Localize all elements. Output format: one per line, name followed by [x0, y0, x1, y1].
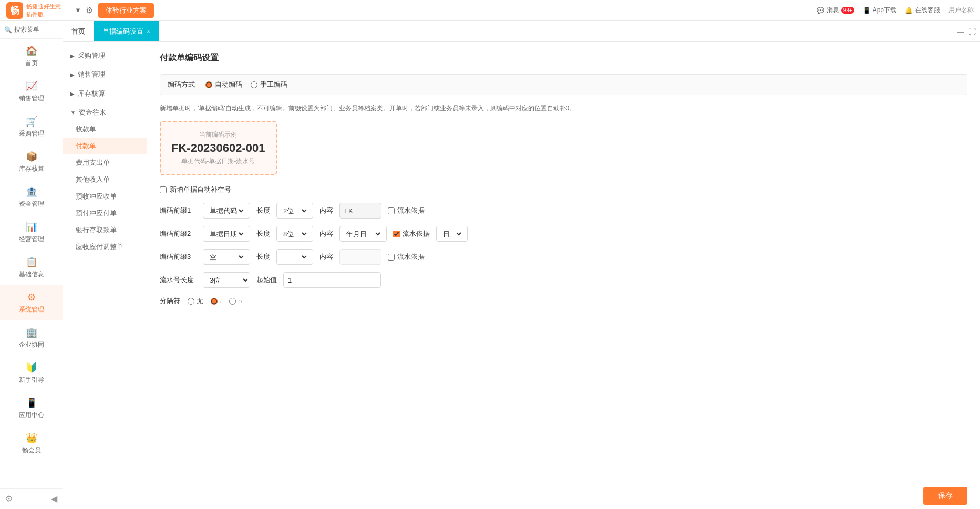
separator-circle-option[interactable]: ○: [229, 297, 242, 305]
dropdown-arrow: ▼: [75, 6, 81, 14]
sub-item-receipt[interactable]: 收款单: [63, 121, 147, 138]
system-icon: ⚙: [27, 292, 36, 303]
separator-dot-radio[interactable]: [211, 298, 218, 305]
settings-bottom-icon[interactable]: ⚙: [5, 494, 13, 504]
main-layout: 🔍 搜索菜单 🏠 首页 📈 销售管理 🛒 采购管理 📦 库存核算 🏦: [0, 21, 980, 509]
sidebar-item-purchase[interactable]: 🛒 采购管理: [0, 109, 63, 144]
tabs-bar: 首页 单据编码设置 × — ⛶: [63, 21, 980, 42]
sub-header-sales[interactable]: ▶ 销售管理: [63, 66, 147, 83]
message-badge: 99+: [841, 7, 854, 14]
topbar-left: 畅 畅捷通好生意 插件版 ▼ ⚙ 体验行业方案: [6, 2, 154, 19]
prefix-label-2: 编码前缀2: [160, 229, 197, 238]
prefix-select-3[interactable]: 空: [203, 249, 250, 265]
content-value-1: FK: [339, 203, 381, 219]
topbar-dropdown[interactable]: ▼: [75, 6, 81, 14]
sidebar-item-member[interactable]: 👑 畅会员: [0, 426, 63, 461]
tab-maximize-icon[interactable]: ⛶: [968, 27, 976, 36]
online-service-action[interactable]: 🔔 在线客服: [905, 6, 940, 15]
sidebar-item-apps[interactable]: 📱 应用中心: [0, 391, 63, 426]
message-action[interactable]: 💬 消息 99+: [817, 6, 854, 15]
separator-circle-radio[interactable]: [229, 298, 236, 305]
sidebar-item-home[interactable]: 🏠 首页: [0, 39, 63, 74]
sidebar-item-inventory[interactable]: 📦 库存核算: [0, 144, 63, 180]
sidebar-item-business[interactable]: 📊 经营管理: [0, 215, 63, 250]
sub-group-capital: ▼ 资金往来 收款单 付款单 费用支出单 其他收入单 预收冲应收单 预付冲应付单…: [63, 104, 147, 255]
topbar-right: 💬 消息 99+ 📱 App下载 🔔 在线客服 用户名称: [817, 6, 974, 15]
separator-none-radio[interactable]: [188, 298, 194, 305]
prefix-select-1-input[interactable]: 单据代码: [208, 206, 245, 215]
waterflow-check-2: 流水依据: [393, 229, 430, 238]
sidebar-item-guide[interactable]: 🔰 新手引导: [0, 356, 63, 391]
brand-text: 畅捷通好生意 插件版: [26, 3, 61, 18]
serial-row: 流水号长度 3位 起始值: [160, 272, 967, 288]
prefix-select-2-input[interactable]: 单据日期: [208, 230, 245, 238]
serial-length-select-input[interactable]: 3位: [203, 273, 250, 287]
waterflow-checkbox-2[interactable]: [393, 231, 400, 237]
topbar-settings-icon[interactable]: ⚙: [86, 5, 93, 15]
tab-close-icon[interactable]: ×: [147, 28, 150, 35]
length-select-3-input[interactable]: [281, 253, 308, 262]
sidebar: 🔍 搜索菜单 🏠 首页 📈 销售管理 🛒 采购管理 📦 库存核算 🏦: [0, 21, 63, 509]
purchase-icon: 🛒: [26, 116, 37, 127]
sidebar-item-basic[interactable]: 📋 基础信息: [0, 250, 63, 285]
day-select-2[interactable]: 日: [436, 226, 468, 242]
prefix-select-3-input[interactable]: 空: [208, 253, 245, 262]
sidebar-item-enterprise[interactable]: 🏢 企业协同: [0, 320, 63, 356]
content-label-3: 内容: [319, 252, 333, 262]
content-select-2-input[interactable]: 年月日: [344, 230, 382, 238]
serial-length-select[interactable]: 3位: [203, 272, 250, 288]
sub-header-capital[interactable]: ▼ 资金往来: [63, 104, 147, 121]
sub-item-payment[interactable]: 付款单: [63, 138, 147, 154]
collapse-icon[interactable]: ◀: [51, 494, 57, 504]
sub-item-pre-receipt[interactable]: 预收冲应收单: [63, 188, 147, 205]
form-area: 付款单编码设置 编码方式 自动编码 手工编码: [147, 42, 980, 509]
auto-code-radio[interactable]: [205, 81, 212, 88]
length-select-3[interactable]: [276, 249, 313, 265]
trial-button[interactable]: 体验行业方案: [98, 3, 154, 18]
tab-minimize-icon[interactable]: —: [957, 27, 964, 36]
separator-dot-option[interactable]: ·: [211, 297, 222, 305]
prefix-select-2[interactable]: 单据日期: [203, 226, 250, 242]
start-value-label: 起始值: [256, 275, 277, 285]
chevron-down-icon: ▼: [70, 110, 76, 116]
sidebar-search[interactable]: 🔍 搜索菜单: [0, 21, 63, 39]
waterflow-checkbox-1[interactable]: [388, 207, 395, 214]
sales-icon: 📈: [26, 80, 37, 92]
separator-row: 分隔符 无 · ○: [160, 296, 967, 306]
manual-code-option[interactable]: 手工编码: [251, 80, 287, 89]
tab-encoding-settings[interactable]: 单据编码设置 ×: [94, 21, 159, 41]
app-icon: 📱: [863, 7, 871, 14]
prefix-select-1[interactable]: 单据代码: [203, 203, 250, 219]
sub-header-purchase[interactable]: ▶ 采购管理: [63, 47, 147, 64]
auto-code-option[interactable]: 自动编码: [205, 80, 242, 89]
sub-item-expense[interactable]: 费用支出单: [63, 154, 147, 171]
content-area: 首页 单据编码设置 × — ⛶ ▶ 采购管理: [63, 21, 980, 509]
length-label-3: 长度: [256, 252, 270, 262]
sidebar-item-system[interactable]: ⚙ 系统管理: [0, 285, 63, 320]
sidebar-bottom: ⚙ ◀: [0, 488, 63, 509]
save-button[interactable]: 保存: [923, 487, 967, 505]
user-info[interactable]: 用户名称: [948, 6, 974, 15]
waterflow-checkbox-3[interactable]: [388, 254, 395, 261]
tab-home[interactable]: 首页: [63, 21, 94, 41]
length-select-2[interactable]: 8位: [276, 226, 313, 242]
sub-header-inventory[interactable]: ▶ 库存核算: [63, 85, 147, 102]
manual-code-radio[interactable]: [251, 81, 257, 88]
separator-none-option[interactable]: 无: [188, 296, 203, 306]
member-icon: 👑: [26, 432, 37, 444]
content-select-2[interactable]: 年月日: [339, 226, 387, 242]
app-download-action[interactable]: 📱 App下载: [863, 6, 896, 15]
length-select-1[interactable]: 2位: [276, 203, 313, 219]
message-icon: 💬: [817, 7, 824, 14]
sidebar-item-finance[interactable]: 🏦 资金管理: [0, 180, 63, 215]
sidebar-item-sales[interactable]: 📈 销售管理: [0, 74, 63, 109]
start-value-input[interactable]: [283, 272, 381, 288]
auto-fill-checkbox[interactable]: [160, 186, 167, 193]
sub-item-adjust[interactable]: 应收应付调整单: [63, 238, 147, 255]
sub-item-pre-payment[interactable]: 预付冲应付单: [63, 205, 147, 222]
sub-item-bank[interactable]: 银行存取款单: [63, 222, 147, 238]
length-select-1-input[interactable]: 2位: [281, 206, 308, 215]
sub-item-other-income[interactable]: 其他收入单: [63, 171, 147, 188]
length-select-2-input[interactable]: 8位: [281, 230, 308, 238]
day-select-2-input[interactable]: 日: [441, 230, 463, 238]
